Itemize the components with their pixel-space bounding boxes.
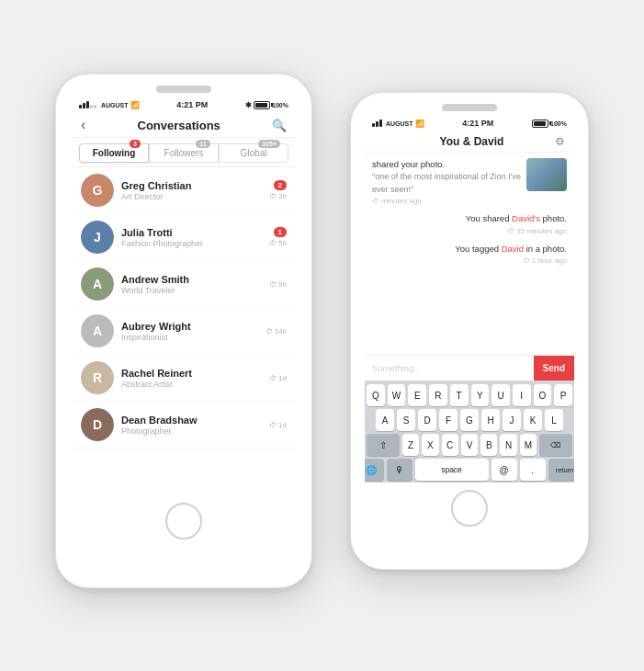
conv-subtitle-aubrey: Inspirationist	[121, 333, 258, 342]
message-1: shared your photo. "one of the most insp…	[372, 158, 567, 205]
key-A[interactable]: A	[376, 409, 394, 431]
speaker-right	[442, 104, 497, 111]
signal-dot-5	[94, 105, 96, 108]
avatar-img-rachel: R	[81, 361, 114, 394]
conv-name-dean: Dean Bradshaw	[121, 415, 262, 426]
status-time-right: 4:21 PM	[462, 119, 493, 128]
key-K[interactable]: K	[524, 409, 542, 431]
battery-right	[532, 119, 548, 128]
conv-meta-julia: 1 ⏱ 5h	[269, 227, 287, 247]
conv-time-julia: ⏱ 5h	[269, 239, 287, 247]
signal-icon	[79, 101, 96, 108]
key-Q[interactable]: Q	[367, 384, 385, 406]
tab-followers[interactable]: 11 Followers	[149, 143, 219, 163]
keyboard-row-1: Q W E R T Y U I O P	[367, 384, 572, 406]
home-button-right[interactable]	[451, 490, 488, 527]
conv-meta-greg: 2 ⏱ 2h	[269, 180, 287, 200]
status-left-section: AUGUST 📶	[79, 101, 140, 109]
conv-name-julia: Julia Trotti	[121, 227, 262, 238]
conv-item-julia[interactable]: J Julia Trotti Fashion Photographer 1 ⏱ …	[72, 214, 296, 261]
key-shift[interactable]: ⇧	[367, 434, 400, 456]
conv-subtitle-greg: Art Director	[121, 192, 262, 201]
key-backspace[interactable]: ⌫	[539, 434, 572, 456]
tab-following[interactable]: 3 Following	[79, 143, 149, 163]
speaker-left	[156, 85, 211, 93]
conv-item-greg[interactable]: G Greg Christian Art Director 2 ⏱ 2h	[72, 167, 296, 214]
key-U[interactable]: U	[491, 384, 510, 406]
key-Z[interactable]: Z	[402, 434, 419, 456]
conversation-list: G Greg Christian Art Director 2 ⏱ 2h J	[72, 167, 296, 449]
key-mic[interactable]: 🎙	[387, 459, 412, 481]
conv-name-andrew: Andrew Smith	[121, 274, 262, 285]
keyboard-row-3: ⇧ Z X C V B N M ⌫	[367, 434, 572, 456]
chat-header: You & David ⚙	[365, 130, 574, 153]
wifi-icon: 📶	[130, 101, 140, 109]
conv-item-rachel[interactable]: R Rachel Reinert Abstract Artist ⏱ 1d	[72, 355, 296, 402]
key-O[interactable]: O	[534, 384, 552, 406]
message-3-time: ⏱ 1 hour ago	[372, 256, 567, 265]
message-2-text: You shared David's photo.	[372, 212, 567, 224]
key-S[interactable]: S	[397, 409, 415, 431]
conv-info-greg: Greg Christian Art Director	[121, 180, 262, 201]
status-bar-left: AUGUST 📶 4:21 PM ✱ 100%	[72, 97, 296, 111]
conv-item-andrew[interactable]: A Andrew Smith World Traveler ⏱ 9h	[72, 261, 296, 308]
avatar-julia: J	[81, 221, 114, 254]
conversations-header: ‹ Conversations 🔍	[72, 111, 296, 138]
gear-button[interactable]: ⚙	[555, 135, 565, 148]
tab-global[interactable]: 105+ Global	[219, 143, 288, 163]
key-W[interactable]: W	[388, 384, 406, 406]
key-I[interactable]: I	[513, 384, 531, 406]
bluetooth-icon: ✱	[245, 101, 252, 109]
msg2-link: David's	[512, 213, 540, 223]
key-B[interactable]: B	[480, 434, 497, 456]
avatar-greg: G	[81, 174, 114, 207]
key-T[interactable]: T	[450, 384, 469, 406]
carrier-month-right: AUGUST	[386, 120, 413, 127]
key-F[interactable]: F	[439, 409, 458, 431]
tab-followers-label: Followers	[164, 148, 204, 158]
key-space[interactable]: space	[415, 459, 489, 481]
unread-badge-greg: 2	[274, 180, 287, 190]
conv-item-dean[interactable]: D Dean Bradshaw Photographer ⏱ 1d	[72, 402, 296, 449]
key-N[interactable]: N	[500, 434, 516, 456]
conversations-title: Conversations	[138, 119, 220, 132]
conv-meta-andrew: ⏱ 9h	[269, 280, 287, 289]
send-button[interactable]: Send	[534, 356, 574, 381]
key-P[interactable]: P	[554, 384, 572, 406]
phone-right: AUGUST 📶 4:21 PM 100% You & David ⚙	[350, 92, 589, 570]
conv-time-andrew: ⏱ 9h	[269, 280, 287, 289]
key-J[interactable]: J	[503, 409, 521, 431]
avatar-img-andrew: A	[81, 267, 114, 301]
conv-item-aubrey[interactable]: A Aubrey Wright Inspirationist ⏱ 14h	[72, 308, 296, 355]
status-bar-right: AUGUST 📶 4:21 PM 100%	[365, 115, 574, 130]
key-at[interactable]: @	[491, 459, 517, 481]
signal-dot-2	[83, 103, 85, 108]
home-button-left[interactable]	[165, 503, 202, 540]
conv-subtitle-julia: Fashion Photographer	[121, 239, 262, 248]
key-X[interactable]: X	[422, 434, 438, 456]
key-period[interactable]: .	[520, 459, 546, 481]
chat-messages: shared your photo. "one of the most insp…	[365, 153, 574, 355]
msg1-prefix: shared your photo.	[372, 159, 445, 169]
tabs-container: 3 Following 11 Followers 105+ Global	[72, 138, 296, 167]
key-R[interactable]: R	[429, 384, 447, 406]
conv-info-andrew: Andrew Smith World Traveler	[121, 274, 262, 295]
key-E[interactable]: E	[408, 384, 426, 406]
message-input-placeholder[interactable]: Something...	[365, 356, 534, 381]
back-button[interactable]: ‹	[81, 117, 85, 133]
conv-info-aubrey: Aubrey Wright Inspirationist	[121, 321, 258, 342]
signal-dot-3	[86, 101, 89, 108]
key-G[interactable]: G	[460, 409, 479, 431]
key-M[interactable]: M	[520, 434, 537, 456]
key-C[interactable]: C	[442, 434, 458, 456]
conv-name-rachel: Rachel Reinert	[121, 368, 262, 379]
key-return[interactable]: return	[548, 459, 575, 481]
key-Y[interactable]: Y	[471, 384, 490, 406]
key-H[interactable]: H	[481, 409, 500, 431]
key-D[interactable]: D	[418, 409, 436, 431]
key-L[interactable]: L	[545, 409, 563, 431]
avatar-img-aubrey: A	[81, 314, 114, 347]
search-button[interactable]: 🔍	[272, 119, 287, 132]
key-V[interactable]: V	[461, 434, 478, 456]
key-globe[interactable]: 🌐	[365, 459, 384, 481]
